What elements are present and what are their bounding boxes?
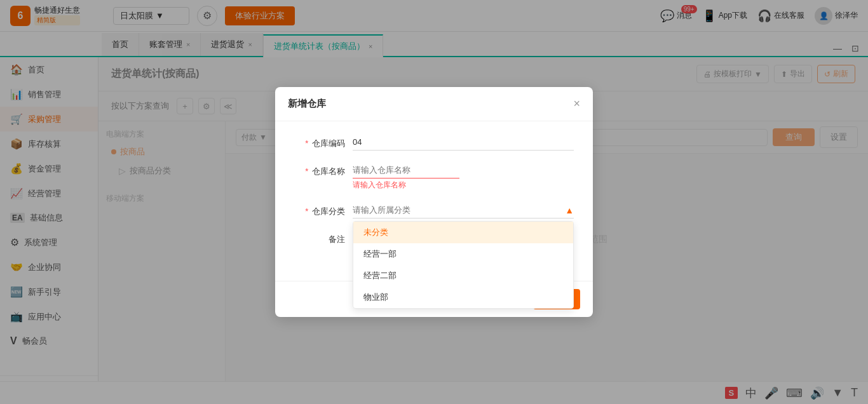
name-input[interactable] [353,162,459,178]
category-field-row: * 仓库分类 ▲ 未分类 经营一部 经营二部 物业部 [294,202,574,219]
modal-close-icon[interactable]: × [573,97,580,111]
category-input-wrapper: ▲ 未分类 经营一部 经营二部 物业部 [353,202,574,219]
dropdown-item-dept2[interactable]: 经营二部 [353,265,573,286]
name-error-msg: 请输入仓库名称 [353,180,574,191]
dropdown-item-dept1[interactable]: 经营一部 [353,243,573,265]
code-field-row: * 仓库编码 [294,134,574,151]
modal-header: 新增仓库 × [275,87,593,121]
code-input[interactable] [353,134,574,151]
dropdown-item-property[interactable]: 物业部 [353,286,573,308]
code-label: * 仓库编码 [294,134,345,149]
name-input-wrapper: 请输入仓库名称 [353,162,574,191]
category-dropdown: 未分类 经营一部 经营二部 物业部 [353,221,574,309]
name-label: * 仓库名称 [294,162,345,177]
dropdown-item-unclassified[interactable]: 未分类 [353,222,573,243]
category-arrow-icon[interactable]: ▲ [565,205,574,215]
name-field-row: * 仓库名称 请输入仓库名称 [294,162,574,191]
remarks-label: 备注 [294,230,345,245]
category-label: * 仓库分类 [294,202,345,217]
modal-title: 新增仓库 [288,98,326,110]
new-warehouse-modal: 新增仓库 × * 仓库编码 * 仓库名称 请输入仓库名称 * [275,87,593,317]
modal-body: * 仓库编码 * 仓库名称 请输入仓库名称 * 仓库分类 ▲ [275,121,593,281]
category-input[interactable] [353,202,574,219]
